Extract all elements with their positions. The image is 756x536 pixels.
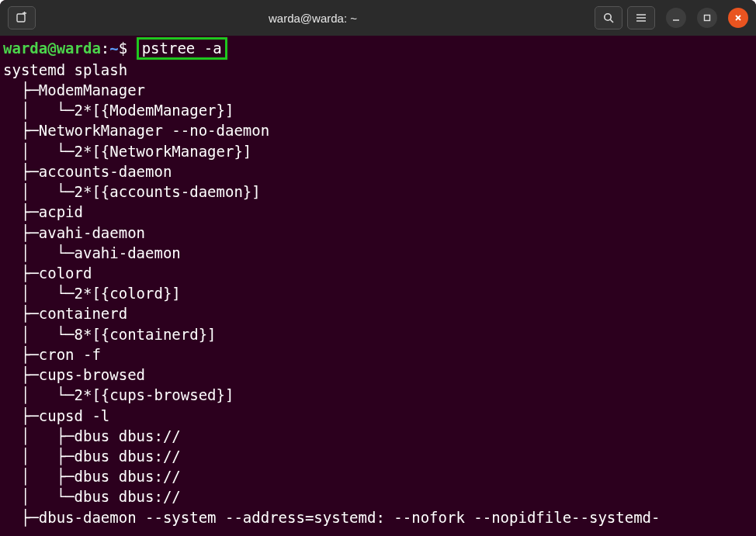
tree-line: │ └─2*[{colord}] [3,285,181,302]
tree-line: │ └─2*[{accounts-daemon}] [3,183,261,200]
tree-line: │ └─2*[{ModemManager}] [3,102,234,119]
svg-point-3 [605,14,611,20]
hamburger-icon [635,12,647,24]
tree-line: ├─accounts-daemon [3,163,172,180]
search-button[interactable] [595,6,622,29]
command-highlight: pstree -a [137,37,227,60]
command-text: pstree -a [142,40,222,57]
tree-line: ├─cups-browsed [3,366,145,383]
maximize-icon [702,13,712,22]
prompt-user-host: warda@warda [3,40,101,57]
svg-line-4 [610,19,613,22]
prompt-dollar: $ [119,40,127,57]
window-title: warda@warda: ~ [36,12,590,25]
prompt-path: ~ [109,40,118,57]
maximize-button[interactable] [697,8,717,28]
minimize-icon [671,13,681,22]
tree-line: │ ├─dbus dbus:// [3,468,181,485]
new-tab-button[interactable] [8,6,36,29]
tree-line: │ └─2*[{NetworkManager}] [3,143,251,160]
tree-line: ├─containerd [3,305,127,322]
terminal-body[interactable]: warda@warda:~$ pstree -a systemd splash … [0,36,756,536]
tree-line: │ └─2*[{cups-browsed}] [3,386,234,403]
tree-line: ├─colord [3,265,92,282]
tree-line: ├─avahi-daemon [3,224,145,241]
svg-rect-9 [705,16,710,21]
new-tab-icon [16,12,28,24]
tree-line: │ ├─dbus dbus:// [3,448,181,465]
close-icon [733,13,743,22]
close-button[interactable] [728,8,748,28]
hamburger-menu-button[interactable] [627,6,655,29]
tree-line: ├─acpid [3,203,83,220]
tree-line: │ └─8*[{containerd}] [3,326,217,343]
titlebar: warda@warda: ~ [0,0,756,36]
minimize-button[interactable] [666,8,686,28]
svg-rect-0 [17,14,25,22]
tree-line: │ └─dbus dbus:// [3,488,181,505]
tree-line: ├─NetworkManager --no-daemon [3,122,269,139]
tree-line: │ ├─dbus dbus:// [3,427,181,444]
search-icon [602,12,615,24]
terminal-window: warda@warda: ~ [0,0,756,536]
prompt-sep: : [101,40,109,57]
tree-line: ├─dbus-daemon --system --address=systemd… [3,509,660,526]
tree-root: systemd splash [3,61,127,78]
tree-line: │ └─avahi-daemon [3,244,181,261]
tree-line: ├─cron -f [3,346,101,363]
tree-line: ├─cupsd -l [3,407,109,424]
tree-line: ├─ModemManager [3,81,145,99]
